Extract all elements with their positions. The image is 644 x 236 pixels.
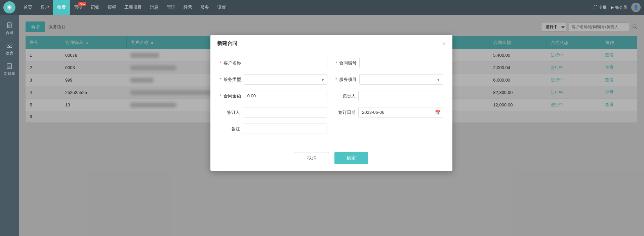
nav-item-settings[interactable]: 设置 [213,0,230,15]
member-button[interactable]: ▶ 畅会员 [611,5,627,10]
cancel-button[interactable]: 取消 [295,152,329,164]
nav-item-fee[interactable]: 收费 [53,0,70,15]
form-row-1: * 客户名称 * 合同编号 [220,58,443,68]
nav-item-invoice[interactable]: 票据 new [70,0,87,15]
customer-name-input[interactable] [244,58,327,68]
sign-date-input[interactable] [358,107,443,117]
form-row-5: 备注 [220,124,443,134]
modal-title: 新建合同 [217,40,237,47]
sidebar: 合同 收费 对账单 [0,15,19,236]
nav-item-business[interactable]: 工商项目 [120,0,146,15]
nav-item-bookkeeping[interactable]: 记账 [87,0,104,15]
form-group-service-item: * 服务项目 [335,74,443,85]
form-group-amount: * 合同金额 [220,91,327,101]
fee-icon [6,42,13,49]
top-navigation: 首页 客户 收费 票据 new 记账 报税 工商项目 消息 管理 经营 服务 设… [0,0,644,15]
form-group-contract-no: * 合同编号 [335,58,443,68]
nav-item-customer[interactable]: 客户 [36,0,53,15]
main-layout: 合同 收费 对账单 [0,15,644,236]
service-item-label: * 服务项目 [335,77,357,83]
contract-amount-label: * 合同金额 [220,93,241,99]
nav-right: ⛶ 全屏 ▶ 畅会员 👤 [593,3,641,12]
responsible-person-label: 负责人 [335,93,356,99]
modal-overlay: 新建合同 × * 客户名称 [19,15,644,236]
form-group-sign-date: 签订日期 📅 [335,107,443,117]
notes-input[interactable] [243,124,327,134]
form-row-4: 签订人 签订日期 📅 [220,107,443,117]
confirm-button[interactable]: 确定 [334,152,368,164]
modal-footer: 取消 确定 [210,147,452,171]
form-row-3: * 合同金额 负责人 [220,91,443,101]
nav-item-tax[interactable]: 报税 [104,0,120,15]
nav-item-service[interactable]: 服务 [196,0,213,15]
statement-icon [6,62,13,70]
sidebar-item-statement[interactable]: 对账单 [0,59,19,80]
responsible-person-input[interactable] [358,91,443,101]
sign-date-wrap: 📅 [358,107,443,117]
svg-rect-4 [7,44,12,48]
nav-items: 首页 客户 收费 票据 new 记账 报税 工商项目 消息 管理 经营 服务 设… [19,0,593,15]
new-contract-modal: 新建合同 × * 客户名称 [210,35,452,171]
sidebar-item-contract[interactable]: 合同 [0,18,19,39]
contract-no-input[interactable] [359,58,443,68]
notes-label: 备注 [220,126,240,132]
form-group-responsible: 负责人 [335,91,443,101]
content-area: 新增 服务项目 进行中 已完成 全部 [19,15,644,236]
form-group-signer: 签订人 [220,107,327,117]
customer-name-label: * 客户名称 [220,60,241,66]
modal-body: * 客户名称 * 合同编号 [210,51,452,147]
signer-input[interactable] [243,107,327,117]
sign-date-label: 签订日期 [335,109,356,115]
nav-item-home[interactable]: 首页 [19,0,36,15]
signer-label: 签订人 [220,109,240,115]
contract-no-label: * 合同编号 [335,60,357,66]
new-badge: new [78,2,86,6]
form-group-service-type: * 服务类型 [220,74,327,85]
form-row-2: * 服务类型 * 服务项目 [220,74,443,85]
contract-icon [6,21,13,29]
contract-amount-input[interactable] [244,91,327,101]
service-type-select-wrap [244,74,327,85]
nav-item-operation[interactable]: 经营 [179,0,196,15]
logo [3,1,15,13]
nav-item-manage[interactable]: 管理 [163,0,179,15]
service-type-select[interactable] [244,74,327,85]
sidebar-item-fee[interactable]: 收费 [0,39,19,59]
calendar-icon[interactable]: 📅 [435,110,440,115]
service-item-select-wrap [359,74,443,85]
fullscreen-button[interactable]: ⛶ 全屏 [593,5,607,10]
modal-close-button[interactable]: × [442,41,446,47]
modal-header: 新建合同 × [210,35,452,51]
nav-item-message[interactable]: 消息 [146,0,163,15]
form-group-notes: 备注 [220,124,327,134]
form-group-customer-name: * 客户名称 [220,58,327,68]
avatar[interactable]: 👤 [631,3,641,12]
service-item-select[interactable] [359,74,443,85]
service-type-label: * 服务类型 [220,77,241,83]
